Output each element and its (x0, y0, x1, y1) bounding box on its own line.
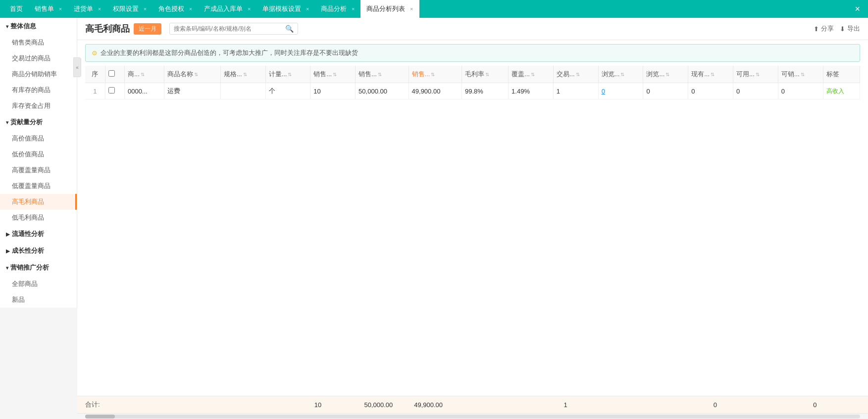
nav-purchase[interactable]: 进货单 × (68, 0, 107, 18)
col-seq: 序 (85, 66, 105, 83)
export-icon: ⬇ (840, 25, 845, 33)
col-current-qty[interactable]: 现有...⇅ (688, 66, 733, 83)
sidebar-item-all-goods[interactable]: 全部商品 (0, 276, 77, 292)
nav-permission[interactable]: 权限设置 × (107, 0, 153, 18)
col-code[interactable]: 商...⇅ (124, 66, 164, 83)
nav-product-analysis-close[interactable]: × (352, 6, 355, 12)
share-button[interactable]: ⬆ 分享 (814, 24, 834, 33)
footer-cell-empty1 (112, 401, 162, 409)
page-title: 高毛利商品 (85, 23, 130, 35)
nav-purchase-close[interactable]: × (98, 6, 101, 12)
footer-current-qty: 0 (711, 401, 761, 409)
nav-production-close[interactable]: × (248, 6, 251, 12)
arrow-liquidity: ▶ (6, 232, 10, 237)
search-input[interactable] (174, 25, 285, 32)
data-table: 序 商...⇅ 商品名称⇅ 规格...⇅ 计量...⇅ 销售...⇅ 销售...… (85, 66, 860, 99)
nav-role-close[interactable]: × (189, 6, 192, 12)
col-tag: 标签 (823, 66, 860, 83)
cell-tag: 高收入 (823, 83, 860, 99)
nav-permission-close[interactable]: × (144, 6, 147, 12)
footer-empty-browse1 (611, 401, 661, 409)
sidebar-group-liquidity[interactable]: ▶ 流通性分析 (0, 226, 77, 242)
col-available-qty[interactable]: 可用...⇅ (733, 66, 778, 83)
content-header: 高毛利商品 近一月 🔍 ⬆ 分享 ⬇ 导出 (77, 18, 868, 40)
sidebar-item-stock-capital[interactable]: 库存资金占用 (0, 98, 77, 114)
cell-browse2: 0 (643, 83, 688, 99)
footer-cell-empty3 (211, 401, 261, 409)
sidebar-wrapper: ▾ 整体信息 销售类商品 交易过的商品 商品分销助销率 有库存的商品 库存资金占… (0, 18, 77, 419)
sidebar-group-growth[interactable]: ▶ 成长性分析 (0, 242, 77, 259)
col-name[interactable]: 商品名称⇅ (164, 66, 220, 83)
col-sales-qty[interactable]: 销售...⇅ (310, 66, 356, 83)
select-all-checkbox[interactable] (108, 70, 115, 77)
nav-home[interactable]: 首页 (4, 0, 29, 18)
search-box: 🔍 (169, 23, 298, 35)
sidebar-item-distribution-rate[interactable]: 商品分销助销率 (0, 66, 77, 82)
nav-template[interactable]: 单据模板设置 × (256, 0, 315, 18)
top-navigation: 首页 销售单 × 进货单 × 权限设置 × 角色授权 × 产成品入库单 × 单据… (0, 0, 868, 18)
nav-production[interactable]: 产成品入库单 × (198, 0, 256, 18)
table-row: 1 0000... 运费 个 10 50,000.00 49,900.00 99… (85, 83, 860, 99)
footer-sales-amount: 50,000.00 (361, 401, 411, 409)
col-spec[interactable]: 规格...⇅ (220, 66, 265, 83)
header-actions: ⬆ 分享 ⬇ 导出 (814, 24, 860, 33)
col-browse1[interactable]: 浏览...⇅ (598, 66, 643, 83)
footer-cell-empty4 (261, 401, 311, 409)
main-layout: ▾ 整体信息 销售类商品 交易过的商品 商品分销助销率 有库存的商品 库存资金占… (0, 18, 868, 419)
scrollbar-thumb[interactable] (85, 415, 115, 419)
cell-seq: 1 (85, 83, 105, 99)
cell-available-qty: 0 (733, 83, 778, 99)
share-icon: ⬆ (814, 25, 819, 33)
nav-role[interactable]: 角色授权 × (153, 0, 198, 18)
footer-transaction: 1 (561, 401, 611, 409)
sidebar-item-new-products[interactable]: 新品 (0, 292, 77, 308)
table-footer: 合计: 10 50,000.00 49,900.00 1 0 0 (77, 396, 868, 413)
sidebar-item-sales-goods[interactable]: 销售类商品 (0, 35, 77, 50)
footer-sales-qty: 10 (311, 401, 361, 409)
nav-analysis-list[interactable]: 商品分析列表 × (360, 0, 419, 18)
cell-gross-margin: 99.8% (462, 83, 509, 99)
filter-recent-month[interactable]: 近一月 (134, 23, 161, 35)
footer-empty-browse2 (661, 401, 711, 409)
sidebar-collapse-button[interactable]: « (73, 57, 81, 77)
sidebar-item-high-value[interactable]: 高价值商品 (0, 131, 77, 146)
cell-coverage: 1.49% (509, 83, 554, 99)
sidebar-group-overall[interactable]: ▾ 整体信息 (0, 18, 77, 35)
col-transaction[interactable]: 交易...⇅ (553, 66, 598, 83)
col-sales-amount[interactable]: 销售...⇅ (356, 66, 408, 83)
sidebar-item-low-margin[interactable]: 低毛利商品 (0, 210, 77, 226)
col-browse2[interactable]: 浏览...⇅ (643, 66, 688, 83)
col-unit[interactable]: 计量...⇅ (265, 66, 310, 83)
nav-sales[interactable]: 销售单 × (29, 0, 68, 18)
col-coverage[interactable]: 覆盖...⇅ (509, 66, 554, 83)
nav-template-close[interactable]: × (306, 6, 309, 12)
horizontal-scrollbar[interactable] (77, 413, 868, 419)
sidebar-group-marketing[interactable]: ▾ 营销推广分析 (0, 259, 77, 276)
sidebar-item-low-value[interactable]: 低价值商品 (0, 146, 77, 162)
window-close[interactable]: × (851, 4, 864, 14)
nav-sales-close[interactable]: × (59, 6, 62, 12)
cell-checkbox[interactable] (105, 83, 124, 99)
sidebar-group-contribution[interactable]: ▾ 贡献量分析 (0, 114, 77, 131)
sidebar-item-low-coverage[interactable]: 低覆盖量商品 (0, 178, 77, 194)
content-area: 高毛利商品 近一月 🔍 ⬆ 分享 ⬇ 导出 ⚙ 企业的主要的利润都是这部分商品创… (77, 18, 868, 419)
sidebar-item-traded-goods[interactable]: 交易过的商品 (0, 50, 77, 66)
arrow-contribution: ▾ (6, 120, 8, 125)
search-icon[interactable]: 🔍 (285, 25, 294, 33)
cell-sales-profit: 49,900.00 (408, 83, 461, 99)
col-sellable-qty[interactable]: 可销...⇅ (778, 66, 823, 83)
col-checkbox[interactable] (105, 66, 124, 83)
col-sales-profit[interactable]: 销售...⇅ (408, 66, 461, 83)
cell-browse1[interactable]: 0 (598, 83, 643, 99)
export-button[interactable]: ⬇ 导出 (840, 24, 860, 33)
sidebar-item-stocked-goods[interactable]: 有库存的商品 (0, 82, 77, 98)
cell-transaction: 1 (553, 83, 598, 99)
col-gross-margin[interactable]: 毛利率⇅ (462, 66, 509, 83)
nav-product-analysis[interactable]: 商品分析 × (315, 0, 360, 18)
footer-empty-coverage (511, 401, 561, 409)
nav-analysis-list-close[interactable]: × (410, 6, 413, 12)
sidebar-item-high-coverage[interactable]: 高覆盖量商品 (0, 162, 77, 178)
sidebar-item-high-margin[interactable]: 高毛利商品 (0, 194, 77, 210)
row-checkbox[interactable] (108, 87, 115, 93)
arrow-growth: ▶ (6, 248, 10, 254)
